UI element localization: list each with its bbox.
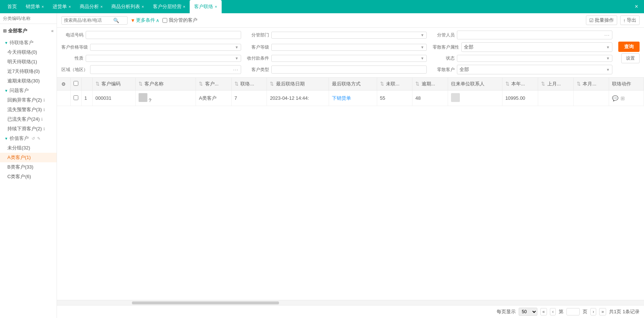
sidebar-collapse-button[interactable]: « [51, 28, 54, 33]
filter-my-customer[interactable]: 我分管的客户 [162, 17, 197, 24]
sidebar-item-overdue[interactable]: 逾期未联络(30) [0, 76, 57, 86]
sort-icon-last-date[interactable]: ⇅ [270, 81, 274, 86]
sidebar-item-declining[interactable]: 持续下滑客户(2) ℹ [0, 124, 57, 134]
setting-button[interactable]: 设置 [621, 53, 640, 63]
sidebar-search-input[interactable] [3, 16, 57, 21]
next-page-button[interactable]: › [590, 308, 596, 315]
filter-search-icon[interactable]: 🔍 [113, 18, 119, 23]
filter-region-label: 区域（地区） [61, 67, 88, 73]
filter-retail-attr-dropdown[interactable]: 全部 ▼ [461, 42, 612, 52]
close-sales-tab[interactable]: × [42, 4, 44, 9]
sidebar-item-tomorrow[interactable]: 明天待联络(1) [0, 57, 57, 67]
sort-icon-last-month[interactable]: ⇅ [541, 81, 545, 86]
filter-payment-dropdown[interactable]: ▼ [271, 55, 427, 62]
sidebar-item-today[interactable]: 今天待联络(0) [0, 47, 57, 57]
th-last-date[interactable]: ⇅ 最后联络日期 [267, 78, 329, 91]
close-product-analysis-tab[interactable]: × [100, 4, 103, 9]
th-no-contact[interactable]: ⇅ 未联... [377, 78, 412, 91]
batch-operation-button[interactable]: ☑ 批量操作 [586, 15, 617, 25]
sidebar-item-class-c[interactable]: C类客户(6) [0, 172, 57, 181]
sidebar-item-7days[interactable]: 近7天待联络(0) [0, 67, 57, 76]
filter-customer-level-dropdown[interactable]: ▼ [271, 44, 427, 51]
prev-page-button[interactable]: ‹ [550, 308, 556, 315]
sort-icon-overdue[interactable]: ⇅ [415, 81, 419, 86]
th-this-year[interactable]: ⇅ 本年... [502, 78, 538, 91]
info-icon-abnormal[interactable]: ℹ [43, 98, 45, 103]
refresh-icon[interactable]: ↺ [32, 136, 35, 141]
th-overdue[interactable]: ⇅ 逾期... [412, 78, 448, 91]
close-contact-tab[interactable]: × [215, 4, 217, 9]
horizontal-scrollbar[interactable] [57, 300, 644, 305]
filter-customer-type-input[interactable] [271, 66, 427, 74]
sidebar-item-class-a[interactable]: A类客户(1) [0, 153, 57, 162]
last-page-button[interactable]: » [599, 308, 606, 315]
sort-icon-this-month[interactable]: ⇅ [577, 81, 581, 86]
filter-status-dropdown[interactable]: ▼ [457, 55, 612, 62]
nav-tab-customer-contact[interactable]: 客户联络 × [190, 0, 221, 13]
settings-icon[interactable]: ⚙ [61, 81, 66, 87]
filter-price-level-dropdown[interactable]: ▼ [90, 44, 241, 51]
sort-icon-code[interactable]: ⇅ [96, 81, 100, 86]
th-last-month[interactable]: ⇅ 上月... [538, 78, 574, 91]
qr-action-icon[interactable]: ⊞ [620, 95, 625, 101]
export-button[interactable]: ↑ 导出 [620, 15, 640, 25]
th-code[interactable]: ⇅ 客户编码 [92, 78, 135, 91]
close-purchase-tab[interactable]: × [68, 4, 71, 9]
info-icon-declining[interactable]: ℹ [43, 127, 45, 131]
filter-search-input[interactable] [64, 18, 112, 23]
filter-region-dots[interactable]: ··· [90, 65, 241, 74]
filter-dept-dropdown[interactable]: ▼ [271, 32, 427, 39]
price-level-dropdown-icon: ▼ [235, 45, 239, 49]
th-this-month[interactable]: ⇅ 本月... [573, 78, 609, 91]
sort-icon-type[interactable]: ⇅ [199, 81, 203, 86]
th-last-method[interactable]: 最后联络方式 [329, 78, 377, 91]
th-settings[interactable]: ⚙ [57, 78, 70, 91]
sidebar-all-customers-header[interactable]: ⊞ 全部客户 « [0, 25, 57, 36]
filter-manager-input[interactable]: ··· [457, 31, 612, 39]
select-all-checkbox[interactable] [74, 81, 78, 86]
page-number-input[interactable]: 1 [566, 308, 580, 315]
th-name[interactable]: ⇅ 客户名称 [135, 78, 196, 91]
info-icon-churned[interactable]: ℹ [41, 117, 43, 122]
sidebar-item-churn-warning[interactable]: 流失预警客户(3) ℹ [0, 105, 57, 114]
th-contact[interactable]: ⇅ 联络... [231, 78, 267, 91]
query-button[interactable]: 查询 [618, 42, 640, 52]
th-type[interactable]: ⇅ 客户... [196, 78, 232, 91]
sort-icon-this-year[interactable]: ⇅ [505, 81, 509, 86]
export-icon: ↑ [623, 18, 626, 23]
chevron-down-icon: ∧ [156, 18, 160, 23]
nav-tab-product-list[interactable]: 商品分析列表 × [107, 0, 148, 13]
sidebar-group-problem[interactable]: ▼ 问题客户 [0, 86, 57, 95]
close-all-button[interactable]: × [632, 3, 641, 10]
chat-action-icon[interactable]: 💬 [612, 95, 618, 101]
filter-more-button[interactable]: ▼ 更多条件 ∧ [130, 17, 160, 24]
sidebar-item-class-b[interactable]: B类客户(33) [0, 162, 57, 172]
sidebar-item-ungrouped[interactable]: 未分组(32) [0, 143, 57, 153]
info-icon-churn-warning[interactable]: ℹ [43, 107, 45, 112]
filter-phone-input[interactable] [86, 31, 241, 39]
page-size-select[interactable]: 50 100 200 [519, 308, 537, 316]
sidebar-item-abnormal[interactable]: 回购异常客户(2) ℹ [0, 95, 57, 105]
sort-icon-no-contact[interactable]: ⇅ [380, 81, 384, 86]
nav-tab-sales[interactable]: 销货单 × [21, 0, 48, 13]
sort-icon-name[interactable]: ⇅ [139, 81, 143, 86]
sidebar-item-churned[interactable]: 已流失客户(24) ℹ [0, 114, 57, 124]
nav-tab-product-analysis[interactable]: 商品分析 × [75, 0, 107, 13]
first-page-button[interactable]: « [540, 308, 547, 315]
last-method-link[interactable]: 下销货单 [332, 95, 351, 101]
edit-icon[interactable]: ✎ [37, 136, 40, 141]
close-product-list-tab[interactable]: × [142, 4, 144, 9]
nav-tab-home[interactable]: 首页 [3, 0, 21, 13]
filter-nature-dropdown[interactable]: ▼ [86, 55, 241, 62]
row-checkbox[interactable] [74, 95, 78, 100]
my-customer-checkbox[interactable] [162, 18, 167, 23]
scroll-thumb[interactable] [132, 301, 279, 304]
th-unit-contact[interactable]: 往来单位联系人 [448, 78, 502, 91]
close-segment-tab[interactable]: × [183, 4, 185, 9]
sidebar-group-pending[interactable]: ▼ 待联络客户 [0, 38, 57, 47]
sort-icon-contact[interactable]: ⇅ [235, 81, 239, 86]
filter-retail-customer-dropdown[interactable]: 全部 ▼ [457, 65, 612, 74]
nav-tab-customer-segment[interactable]: 客户分层经营 × [149, 0, 190, 13]
nav-tab-purchase[interactable]: 进货单 × [48, 0, 75, 13]
sidebar-group-value[interactable]: ▼ 价值客户 ↺ ✎ [0, 134, 57, 143]
